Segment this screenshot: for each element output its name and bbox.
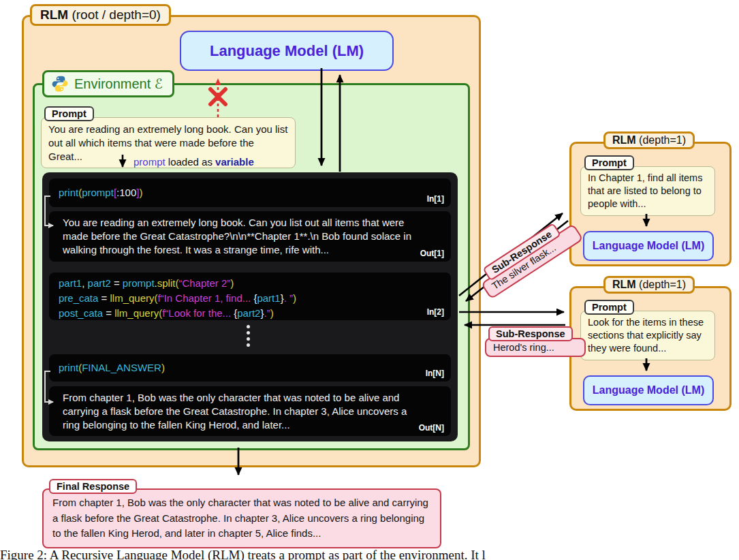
language-model-box-child-1: Language Model (LM) [583,231,714,261]
prompt-box-child-1: In Chapter 1, find all items that are li… [580,166,715,216]
python-icon [51,75,69,93]
cell-in2: part1, part2 = prompt.split(“Chapter 2”)… [49,273,451,320]
code-line: print(FINAL_ANSWER) [49,354,451,375]
final-response-tag: Final Response [49,479,137,494]
rlm-child-1-label-rest: (depth=1) [636,134,686,146]
code-line: print(prompt[:100]) [49,178,451,200]
cell-out1-label: Out[1] [420,249,444,258]
rlm-child-1-label: RLM (depth=1) [603,131,695,149]
language-model-box-child-2: Language Model (LM) [583,375,714,405]
cell-in2-label: In[2] [427,307,444,317]
final-response-box: From chapter 1, Bob was the only charact… [42,488,441,548]
loaded-as-text: loaded as [166,156,215,168]
rlm-child-2-label-bold: RLM [612,279,636,290]
rlm-child-2-label: RLM (depth=1) [603,276,695,294]
prompt-box-child-2: Look for the items in these sections tha… [580,311,715,360]
prompt-tag-child-2: Prompt [584,300,634,315]
rlm-root-label-rest: (root / depth=0) [68,7,161,22]
language-model-box: Language Model (LM) [180,31,394,71]
figure-canvas: { "root_label": {"bold": "RLM", "rest": … [0,0,739,560]
cell-outN-label: Out[N] [419,423,444,433]
cell-in1-label: In[1] [427,194,444,204]
cell-outN-text: From chapter 1, Bob was the only charact… [49,386,413,432]
cell-inN: print(FINAL_ANSWER) In[N] [49,354,451,382]
sub-response-2-tag: Sub-Response [488,326,573,341]
code-container: print(prompt[:100]) In[1] You are readin… [42,172,458,441]
code-line: post_cata = llm_query(f“Look for the... … [49,306,451,321]
cell-out1-text: You are reading an extremely long book. … [49,211,413,257]
cell-outN: From chapter 1, Bob was the only charact… [49,386,451,436]
figure-caption: Figure 2: A Recursive Language Model (RL… [0,548,739,560]
sub-response-2: Sub-Response Herod's ring... [485,326,586,357]
rlm-child-1-label-bold: RLM [612,134,636,146]
language-model-label: Language Model (LM) [210,42,364,60]
language-model-label-child-1: Language Model (LM) [593,240,704,252]
prompt-loaded-note: prompt loaded as variable [133,156,254,168]
code-line: part1, part2 = prompt.split(“Chapter 2”) [49,273,451,291]
prompt-tag-root: Prompt [44,106,94,121]
prompt-var-text: prompt [133,156,166,168]
code-line: pre_cata = llm_query(f“In Chapter 1, fin… [49,291,451,306]
language-model-label-child-2: Language Model (LM) [593,384,704,396]
prompt-tag-child-1: Prompt [584,155,634,170]
cell-inN-label: In[N] [426,369,444,378]
variable-text: variable [215,156,254,168]
rlm-root-label-bold: RLM [40,7,68,22]
cell-out1: You are reading an extremely long book. … [49,211,451,262]
ellipsis-dots [247,325,250,347]
rlm-root-label: RLM (root / depth=0) [30,4,171,26]
rlm-child-2-label-rest: (depth=1) [636,279,686,290]
cell-in1: print(prompt[:100]) In[1] [49,178,451,207]
environment-label: Environment ℰ [42,70,174,97]
environment-label-text: Environment ℰ [74,76,163,92]
